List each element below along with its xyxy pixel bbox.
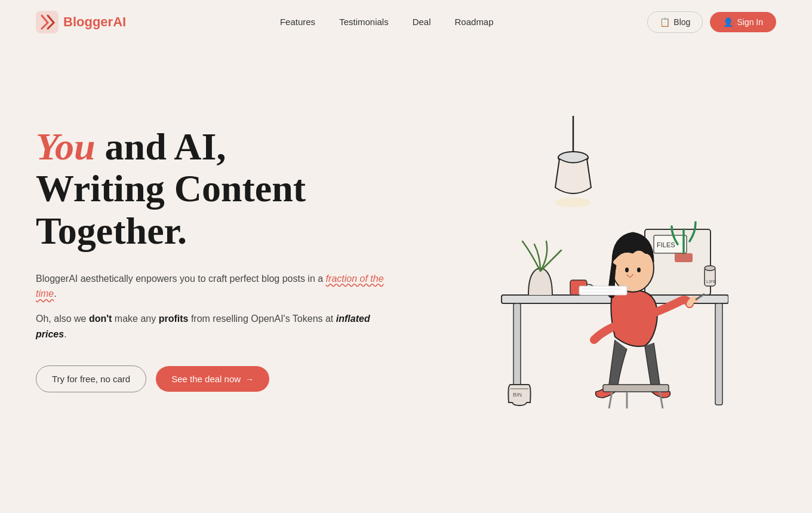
svg-rect-25 xyxy=(579,286,627,295)
desc2-end: . xyxy=(64,329,66,339)
desc1-before: BloggerAI aesthetically enpowers you to … xyxy=(36,274,326,284)
svg-point-12 xyxy=(705,266,715,271)
svg-point-17 xyxy=(637,268,641,272)
svg-text:FILES: FILES xyxy=(657,241,675,248)
svg-text:LIFE: LIFE xyxy=(706,279,716,284)
hero-description-1: BloggerAI aesthetically enpowers you to … xyxy=(36,271,394,302)
logo[interactable]: BloggerAI xyxy=(36,11,126,33)
desc2-before: Oh, also we xyxy=(36,314,89,324)
nav-features[interactable]: Features xyxy=(280,17,315,27)
logo-icon xyxy=(36,11,59,33)
blog-icon: 📋 xyxy=(660,17,670,27)
hero-title: You and AI, Writing Content Together. xyxy=(36,126,394,252)
desc2-mid: make any xyxy=(112,314,158,324)
nav-roadmap[interactable]: Roadmap xyxy=(455,17,494,27)
nav-actions: 📋 Blog 👤 Sign In xyxy=(647,11,776,33)
desc2-profits: profits xyxy=(159,314,189,324)
deal-arrow-icon: → xyxy=(245,374,254,384)
svg-rect-19 xyxy=(603,385,669,392)
svg-point-3 xyxy=(555,198,591,207)
signin-button[interactable]: 👤 Sign In xyxy=(710,12,776,32)
logo-text: BloggerAI xyxy=(63,14,126,30)
hero-section: You and AI, Writing Content Together. Bl… xyxy=(0,44,812,462)
hero-title-you: You xyxy=(36,125,96,168)
svg-point-16 xyxy=(625,268,629,272)
nav-testimonials[interactable]: Testimonials xyxy=(339,17,389,27)
signin-icon: 👤 xyxy=(723,17,733,27)
nav-deal[interactable]: Deal xyxy=(413,17,431,27)
nav-links: Features Testimonials Deal Roadmap xyxy=(280,17,494,27)
hero-title-line2: Writing Content xyxy=(36,167,306,210)
svg-rect-10 xyxy=(675,253,693,262)
svg-text:BIN: BIN xyxy=(513,392,522,398)
deal-label: See the deal now xyxy=(171,374,241,384)
see-deal-button[interactable]: See the deal now → xyxy=(156,366,269,392)
hero-content: You and AI, Writing Content Together. Bl… xyxy=(36,126,394,393)
desc2-dont: don't xyxy=(89,314,112,324)
hero-buttons: Try for free, no card See the deal now → xyxy=(36,365,394,392)
desc1-after: . xyxy=(54,288,56,299)
hero-description-2: Oh, also we don't make any profits from … xyxy=(36,311,394,342)
hero-illustration: FILES LIFE xyxy=(394,110,776,408)
hero-title-line3: Together. xyxy=(36,210,187,252)
hero-title-rest: and AI, xyxy=(96,125,226,168)
svg-rect-6 xyxy=(715,303,722,405)
try-free-button[interactable]: Try for free, no card xyxy=(36,365,146,392)
navbar: BloggerAI Features Testimonials Deal Roa… xyxy=(0,0,812,44)
desc2-after: from reselling OpenAI's Tokens at xyxy=(188,314,336,324)
desk-illustration: FILES LIFE xyxy=(442,110,728,408)
blog-button[interactable]: 📋 Blog xyxy=(647,11,703,33)
